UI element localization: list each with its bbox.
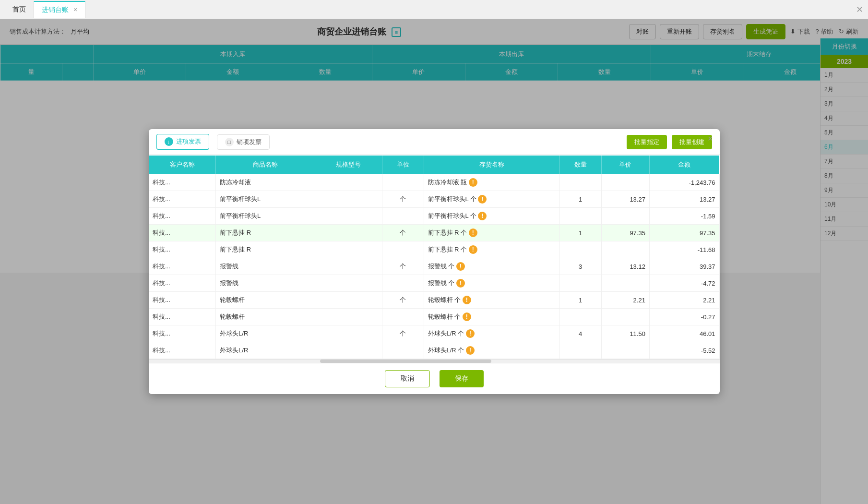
table-row: 科技...报警线个报警线 个 !313.1239.37	[149, 258, 719, 275]
warning-icon: !	[456, 262, 465, 271]
th-price: 单价	[601, 156, 649, 174]
window-close-icon[interactable]: ✕	[856, 4, 863, 15]
table-row: 科技...外球头L/R个外球头L/R 个 !411.5046.01	[149, 325, 719, 342]
table-row: 科技...报警线报警线 个 !-4.72	[149, 275, 719, 292]
th-product: 商品名称	[216, 156, 315, 174]
tab-bar: 首页 进销台账 × ✕	[0, 0, 868, 19]
dialog-close-icon[interactable]: ×	[708, 134, 713, 144]
th-quantity: 数量	[559, 156, 601, 174]
table-row: 科技...防冻冷却液防冻冷却液 瓶 !-1,243.76	[149, 174, 719, 191]
dialog-footer: 取消 保存	[149, 363, 720, 394]
table-header-row: 客户名称 商品名称 规格型号 单位 存货名称 数量 单价 金额	[149, 156, 719, 174]
warning-icon: !	[478, 195, 487, 204]
tab-active[interactable]: 进销台账 ×	[34, 1, 85, 18]
warning-icon: !	[466, 329, 475, 338]
tab-incoming-btn[interactable]: ↓ 进项发票	[156, 134, 209, 150]
tab-outgoing-btn[interactable]: □ 销项发票	[217, 134, 270, 150]
warning-icon: !	[456, 279, 465, 288]
save-button[interactable]: 保存	[440, 370, 484, 387]
scrollbar-thumb	[320, 360, 491, 363]
dialog-body: 客户名称 商品名称 规格型号 单位 存货名称 数量 单价 金额 科技...防冻冷…	[149, 155, 720, 363]
data-table: 客户名称 商品名称 规格型号 单位 存货名称 数量 单价 金额 科技...防冻冷…	[149, 155, 720, 359]
main-content: 销售成本计算方法： 月平均 商贸企业进销台账 ≡ 对账 重新开账 存货别名 生成…	[0, 19, 868, 504]
warning-icon: !	[469, 228, 477, 237]
dialog-header-right: 批量指定 批量创建	[627, 135, 712, 149]
th-customer: 客户名称	[149, 156, 216, 174]
table-row: 科技...轮毂螺杆个轮毂螺杆 个 !12.212.21	[149, 292, 719, 309]
table-row: 科技...轮毂螺杆轮毂螺杆 个 !-0.27	[149, 309, 719, 325]
warning-icon: !	[463, 296, 471, 304]
modal-overlay: ↓ 进项发票 □ 销项发票 批量指定 批量创建 × 客户	[0, 19, 868, 504]
dialog-table-body: 科技...防冻冷却液防冻冷却液 瓶 !-1,243.76科技...前平衡杆球头L…	[149, 174, 719, 359]
tab-home[interactable]: 首页	[5, 1, 34, 18]
table-row: 科技...前下悬挂 R个前下悬挂 R 个 !197.3597.35	[149, 225, 719, 241]
table-row: 科技...外球头L/R外球头L/R 个 !-5.52	[149, 342, 719, 359]
th-unit: 单位	[382, 156, 424, 174]
th-spec: 规格型号	[315, 156, 382, 174]
th-inventory: 存货名称	[424, 156, 559, 174]
outgoing-icon: □	[225, 138, 234, 146]
warning-icon: !	[466, 346, 475, 355]
batch-create-button[interactable]: 批量创建	[672, 135, 712, 149]
th-amount: 金额	[649, 156, 719, 174]
warning-icon: !	[469, 245, 477, 254]
batch-assign-button[interactable]: 批量指定	[627, 135, 667, 149]
cancel-button[interactable]: 取消	[385, 370, 430, 387]
warning-icon: !	[463, 312, 471, 321]
warning-icon: !	[478, 212, 487, 220]
dialog: ↓ 进项发票 □ 销项发票 批量指定 批量创建 × 客户	[149, 129, 720, 394]
table-row: 科技...前下悬挂 R前下悬挂 R 个 !-11.68	[149, 241, 719, 258]
table-row: 科技...前平衡杆球头L个前平衡杆球头L 个 !113.2713.27	[149, 191, 719, 208]
table-row: 科技...前平衡杆球头L前平衡杆球头L 个 !-1.59	[149, 208, 719, 225]
incoming-icon: ↓	[165, 137, 173, 146]
tab-close-icon[interactable]: ×	[73, 6, 77, 13]
dialog-header: ↓ 进项发票 □ 销项发票 批量指定 批量创建 ×	[149, 129, 720, 155]
horizontal-scrollbar[interactable]	[149, 359, 720, 363]
warning-icon: !	[469, 178, 477, 187]
